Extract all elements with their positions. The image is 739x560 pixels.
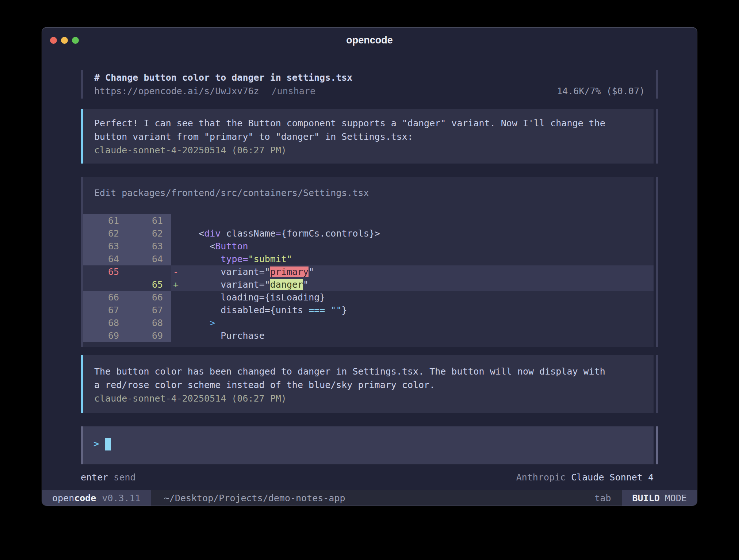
tab-key-hint: tab bbox=[594, 493, 611, 503]
diff-row: 6969 Purchase bbox=[83, 329, 654, 342]
diff-gutter: 6464 bbox=[83, 253, 171, 265]
message-text: Perfect! I can see that the Button compo… bbox=[94, 116, 611, 143]
new-line-number: 69 bbox=[127, 329, 171, 342]
old-line-number bbox=[83, 278, 127, 291]
diff-row: 6464 type="submit" bbox=[83, 253, 654, 265]
app-version: v0.3.11 bbox=[102, 493, 140, 503]
code-token: loading={isLoading} bbox=[188, 292, 325, 303]
code-line: type="submit" bbox=[188, 253, 654, 265]
diff-sign bbox=[171, 214, 188, 227]
old-line-number: 64 bbox=[83, 253, 127, 265]
new-line-number: 68 bbox=[127, 317, 171, 329]
diff-row: 65+ variant="danger" bbox=[83, 278, 654, 291]
diff-gutter: 6666 bbox=[83, 291, 171, 304]
code-line bbox=[188, 214, 654, 227]
session-subline: https://opencode.ai/s/UwJxv76z/unshare 1… bbox=[94, 84, 654, 98]
diff-table: 61616262 <div className={formCs.controls… bbox=[83, 214, 654, 342]
status-bar: opencodev0.3.11 ~/Desktop/Projects/demo-… bbox=[42, 490, 697, 506]
new-line-number: 63 bbox=[127, 240, 171, 253]
code-token bbox=[188, 254, 221, 264]
code-token: type bbox=[221, 254, 242, 264]
diff-gutter: 6363 bbox=[83, 240, 171, 253]
diff-row: 6262 <div className={formCs.controls}> bbox=[83, 227, 654, 240]
code-token: danger bbox=[270, 279, 303, 290]
diff-sign bbox=[171, 227, 188, 240]
unshare-command[interactable]: /unshare bbox=[272, 86, 315, 96]
send-action-label: send bbox=[114, 472, 135, 483]
mode-toggle[interactable]: BUILDMODE bbox=[622, 490, 697, 506]
main-content: # Change button color to danger in setti… bbox=[42, 70, 697, 484]
enter-key-hint: enter bbox=[81, 472, 108, 483]
session-title: # Change button color to danger in setti… bbox=[94, 71, 654, 84]
new-line-number: 61 bbox=[127, 214, 171, 227]
prompt-input[interactable]: > bbox=[81, 426, 654, 464]
context-usage: 14.6K/7% ($0.07) bbox=[557, 84, 654, 98]
assistant-message: The button color has been changed to dan… bbox=[81, 355, 654, 413]
code-token: div bbox=[204, 228, 221, 239]
code-token: = bbox=[243, 254, 248, 264]
code-line: <div className={formCs.controls}> bbox=[188, 227, 654, 240]
diff-row: 6161 bbox=[83, 214, 654, 227]
code-line: loading={isLoading} bbox=[188, 291, 654, 304]
code-token: === "" bbox=[309, 305, 341, 315]
diff-gutter: 6161 bbox=[83, 214, 171, 227]
code-line: variant="danger" bbox=[188, 278, 654, 291]
old-line-number: 69 bbox=[83, 329, 127, 342]
message-text: The button color has been changed to dan… bbox=[94, 365, 611, 392]
diff-sign bbox=[171, 317, 188, 329]
new-line-number: 65 bbox=[127, 278, 171, 291]
session-links: https://opencode.ai/s/UwJxv76z/unshare bbox=[94, 84, 315, 98]
diff-gutter: 6969 bbox=[83, 329, 171, 342]
diff-row: 6363 <Button bbox=[83, 240, 654, 253]
working-directory: ~/Desktop/Projects/demo-notes-app bbox=[164, 493, 345, 503]
window-title: opencode bbox=[42, 35, 697, 46]
code-token: Button bbox=[215, 241, 248, 252]
code-token bbox=[188, 318, 210, 328]
diff-sign: + bbox=[171, 278, 188, 291]
share-url-link[interactable]: https://opencode.ai/s/UwJxv76z bbox=[94, 86, 259, 96]
code-token: " bbox=[309, 266, 314, 277]
code-token: variant=" bbox=[188, 266, 270, 277]
model-label: Claude Sonnet 4 bbox=[571, 472, 654, 483]
text-cursor bbox=[105, 438, 111, 450]
code-line: Purchase bbox=[188, 329, 654, 342]
diff-gutter: 6262 bbox=[83, 227, 171, 240]
code-token: disabled={units bbox=[188, 305, 309, 315]
message-model-meta: claude-sonnet-4-20250514 (06:27 PM) bbox=[94, 143, 643, 157]
opencode-window: opencode # Change button color to danger… bbox=[42, 27, 697, 506]
diff-row: 6666 loading={isLoading} bbox=[83, 291, 654, 304]
diff-sign bbox=[171, 329, 188, 342]
code-token: = bbox=[276, 228, 281, 239]
old-line-number: 65 bbox=[83, 265, 127, 278]
new-line-number bbox=[127, 265, 171, 278]
diff-sign bbox=[171, 304, 188, 317]
code-token: primary bbox=[270, 266, 309, 277]
prompt-symbol: > bbox=[93, 438, 99, 449]
code-line: variant="primary" bbox=[188, 265, 654, 278]
old-line-number: 63 bbox=[83, 240, 127, 253]
diff-row: 6868 > bbox=[83, 317, 654, 329]
code-token: " bbox=[303, 279, 309, 290]
diff-row: 6767 disabled={units === ""} bbox=[83, 304, 654, 317]
code-token: < bbox=[188, 241, 215, 252]
mode-name: BUILD bbox=[632, 493, 660, 503]
edit-tool-title: Edit packages/frontend/src/containers/Se… bbox=[83, 177, 654, 214]
code-token: < bbox=[188, 228, 204, 239]
new-line-number: 64 bbox=[127, 253, 171, 265]
diff-sign bbox=[171, 291, 188, 304]
window-titlebar[interactable]: opencode bbox=[42, 27, 697, 53]
code-token: variant=" bbox=[188, 279, 270, 290]
diff-row: 65- variant="primary" bbox=[83, 265, 654, 278]
mode-suffix: MODE bbox=[665, 493, 687, 503]
diff-sign: - bbox=[171, 265, 188, 278]
diff-gutter: 65 bbox=[83, 265, 171, 278]
code-token: {formCs.controls}> bbox=[281, 228, 380, 239]
diff-sign bbox=[171, 253, 188, 265]
code-token: "submit" bbox=[248, 254, 292, 264]
model-indicator: Anthropic Claude Sonnet 4 bbox=[516, 471, 654, 484]
edit-tool-block: Edit packages/frontend/src/containers/Se… bbox=[81, 177, 654, 347]
old-line-number: 62 bbox=[83, 227, 127, 240]
diff-gutter: 65 bbox=[83, 278, 171, 291]
code-token: } bbox=[341, 305, 347, 315]
old-line-number: 68 bbox=[83, 317, 127, 329]
